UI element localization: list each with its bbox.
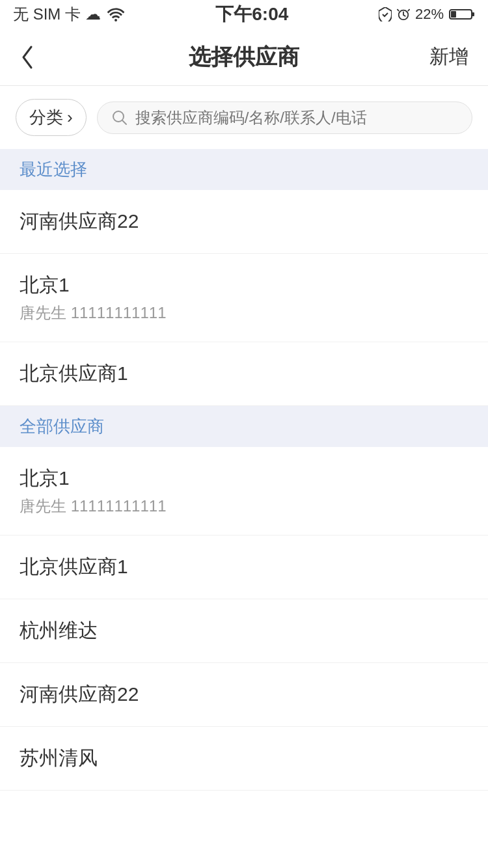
chevron-icon: › — [67, 107, 73, 128]
item-name: 北京1 — [20, 272, 468, 299]
sim-text: 无 SIM 卡 ☁ — [13, 4, 101, 25]
all-section-header: 全部供应商 — [0, 406, 488, 447]
item-name: 河南供应商22 — [20, 681, 468, 708]
item-name: 北京供应商1 — [20, 554, 468, 580]
recent-section-header: 最近选择 — [0, 149, 488, 190]
page-title: 选择供应商 — [189, 42, 299, 72]
item-name: 北京1 — [20, 465, 468, 492]
list-item[interactable]: 苏州清风 — [0, 727, 488, 791]
list-item[interactable]: 河南供应商22 — [0, 190, 488, 254]
status-left: 无 SIM 卡 ☁ — [13, 4, 126, 25]
battery-text: 22% — [415, 6, 444, 23]
category-label: 分类 — [29, 106, 63, 129]
back-button[interactable] — [20, 44, 59, 70]
svg-rect-3 — [451, 11, 456, 18]
item-sub: 唐先生 11111111111 — [20, 303, 468, 323]
list-item[interactable]: 北京供应商1 — [0, 536, 488, 599]
item-name: 北京供应商1 — [20, 360, 468, 387]
svg-rect-2 — [472, 12, 474, 16]
list-item[interactable]: 北京1唐先生 11111111111 — [0, 254, 488, 342]
all-list: 北京1唐先生 11111111111北京供应商1杭州维达河南供应商22苏州清风 — [0, 447, 488, 791]
recent-list: 河南供应商22北京1唐先生 11111111111北京供应商1 — [0, 190, 488, 406]
item-sub: 唐先生 11111111111 — [20, 496, 468, 517]
item-name: 苏州清风 — [20, 745, 468, 772]
item-name: 河南供应商22 — [20, 208, 468, 235]
search-box — [97, 102, 472, 134]
add-button[interactable]: 新增 — [429, 44, 468, 70]
nav-bar: 选择供应商 新增 — [0, 29, 488, 86]
location-icon — [379, 7, 392, 21]
status-time: 下午6:04 — [215, 2, 288, 27]
list-item[interactable]: 北京1唐先生 11111111111 — [0, 447, 488, 536]
category-button[interactable]: 分类 › — [16, 99, 87, 136]
wifi-icon — [106, 7, 126, 21]
item-name: 杭州维达 — [20, 617, 468, 644]
search-input[interactable] — [135, 109, 459, 127]
search-icon — [111, 109, 129, 127]
alarm-icon — [397, 7, 410, 21]
filter-row: 分类 › — [0, 86, 488, 149]
status-right: 22% — [379, 6, 475, 23]
battery-icon — [449, 7, 475, 21]
list-item[interactable]: 杭州维达 — [0, 599, 488, 663]
status-bar: 无 SIM 卡 ☁ 下午6:04 22% — [0, 0, 488, 29]
list-item[interactable]: 河南供应商22 — [0, 663, 488, 727]
list-item[interactable]: 北京供应商1 — [0, 342, 488, 406]
